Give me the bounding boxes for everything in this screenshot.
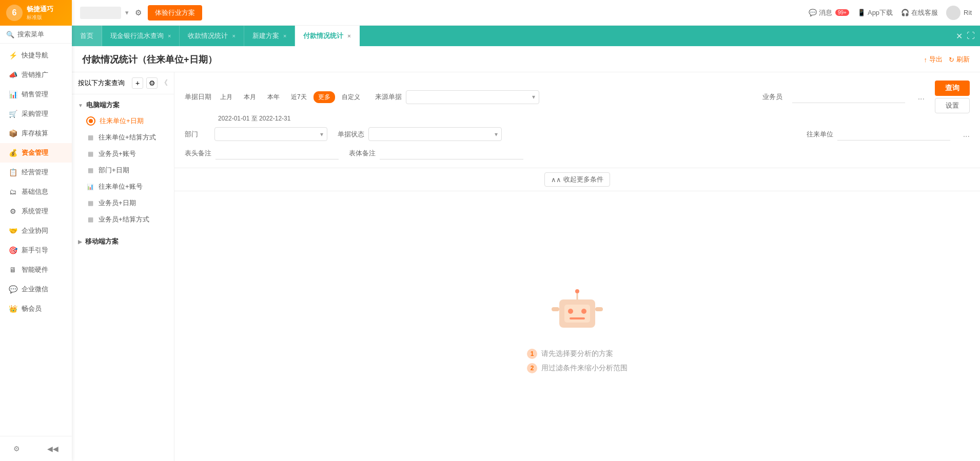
date-opt-last-month[interactable]: 上月 bbox=[215, 91, 237, 103]
scheme-collapse-btn[interactable]: 《 bbox=[161, 78, 168, 88]
scheme-settings-icon[interactable]: ⚙ bbox=[146, 77, 158, 89]
sidebar-item-sales[interactable]: 📊 销售管理 bbox=[0, 85, 72, 104]
body-note-label: 表体备注 bbox=[349, 149, 376, 158]
sidebar-item-sys-mgmt[interactable]: ⚙ 系统管理 bbox=[0, 202, 72, 221]
topbar-gear-icon[interactable]: ⚙ bbox=[135, 8, 142, 17]
topbar: ▾ ⚙ 体验行业方案 💬 消息 99+ 📱 App下载 🎧 在线客服 Rit bbox=[72, 0, 980, 26]
date-opt-more[interactable]: 更多 bbox=[313, 91, 335, 103]
messages-btn[interactable]: 💬 消息 99+ bbox=[809, 8, 849, 17]
search-menu[interactable]: 🔍 搜索菜单 bbox=[0, 26, 72, 44]
date-opt-this-month[interactable]: 本月 bbox=[239, 91, 261, 103]
sys-mgmt-icon: ⚙ bbox=[8, 207, 17, 216]
scheme-pc-header[interactable]: ▼ 电脑端方案 bbox=[72, 97, 174, 113]
salesman-label: 业务员 bbox=[762, 92, 788, 102]
trial-btn[interactable]: 体验行业方案 bbox=[148, 5, 202, 21]
scheme-item-salesman-account[interactable]: ▦ 业务员+账号 bbox=[72, 146, 174, 162]
hint-text-2: 用过滤条件来缩小分析范围 bbox=[541, 364, 628, 373]
tab-home[interactable]: 首页 bbox=[72, 26, 102, 46]
query-btn[interactable]: 查询 bbox=[935, 81, 970, 96]
tab-new-scheme[interactable]: 新建方案 × bbox=[244, 26, 295, 46]
tab-payment-stats-close[interactable]: × bbox=[347, 33, 350, 39]
sidebar-item-purchase[interactable]: 🛒 采购管理 bbox=[0, 104, 72, 124]
scheme-item-partner-date[interactable]: 往来单位+日期 bbox=[72, 113, 174, 129]
sidebar-item-member[interactable]: 👑 畅会员 bbox=[0, 299, 72, 318]
refresh-btn[interactable]: ↻ 刷新 bbox=[949, 55, 970, 64]
scheme-item-salesman-payment[interactable]: ▦ 业务员+结算方式 bbox=[72, 211, 174, 228]
date-opt-custom[interactable]: 自定义 bbox=[337, 91, 365, 103]
salesman-ellipsis[interactable]: ... bbox=[909, 92, 925, 102]
salesman-account-label: 业务员+账号 bbox=[99, 149, 136, 158]
body-note-input[interactable] bbox=[380, 147, 523, 159]
export-icon: ↑ bbox=[924, 56, 928, 64]
sidebar-item-label: 企业微信 bbox=[22, 285, 48, 294]
scheme-item-partner-account[interactable]: 📊 往来单位+账号 bbox=[72, 178, 174, 195]
scheme-add-icon[interactable]: + bbox=[132, 77, 143, 89]
tab-cash-flow[interactable]: 现金银行流水查询 × bbox=[102, 26, 180, 46]
collapse-btn-label: 收起更多条件 bbox=[563, 175, 603, 184]
sidebar-settings-btn[interactable]: ⚙ bbox=[7, 440, 26, 457]
pc-section-arrow: ▼ bbox=[78, 103, 83, 108]
page-content: 付款情况统计（往来单位+日期） ↑ 导出 ↻ 刷新 按以下方案查询 + bbox=[72, 46, 980, 461]
message-icon: 💬 bbox=[809, 9, 817, 16]
dept-select[interactable] bbox=[214, 127, 327, 141]
source-doc-select[interactable] bbox=[406, 90, 539, 104]
collapse-more-btn[interactable]: ∧∧ 收起更多条件 bbox=[544, 172, 610, 187]
logo-subtitle: 标准版 bbox=[27, 14, 53, 21]
messages-label: 消息 bbox=[819, 8, 832, 17]
online-service-btn[interactable]: 🎧 在线客服 bbox=[901, 8, 938, 17]
sidebar-item-finance[interactable]: 💰 资金管理 bbox=[0, 143, 72, 163]
tabbar-close-btn[interactable]: ✕ bbox=[956, 31, 963, 41]
scheme-item-salesman-date[interactable]: ▦ 业务员+日期 bbox=[72, 195, 174, 211]
sidebar-item-enterprise[interactable]: 🤝 企业协同 bbox=[0, 221, 72, 240]
date-opt-7days[interactable]: 近7天 bbox=[286, 91, 311, 103]
scheme-mobile-header[interactable]: ▶ 移动端方案 bbox=[72, 234, 174, 249]
sidebar-item-base-info[interactable]: 🗂 基础信息 bbox=[0, 182, 72, 202]
svg-point-6 bbox=[575, 289, 579, 293]
settings-btn[interactable]: 设置 bbox=[935, 98, 970, 113]
header-note-input[interactable] bbox=[215, 147, 339, 159]
tab-new-scheme-close[interactable]: × bbox=[283, 33, 286, 39]
sidebar-item-label: 经营管理 bbox=[22, 168, 48, 177]
salesman-input[interactable] bbox=[792, 91, 905, 103]
sidebar-item-guide[interactable]: 🎯 新手引导 bbox=[0, 240, 72, 260]
salesman-date-label: 业务员+日期 bbox=[99, 198, 136, 208]
sidebar-item-smart-hw[interactable]: 🖥 智能硬件 bbox=[0, 260, 72, 279]
partner-input[interactable] bbox=[837, 128, 950, 141]
sidebar-item-inventory[interactable]: 📦 库存核算 bbox=[0, 124, 72, 143]
topbar-dropdown-arrow[interactable]: ▾ bbox=[125, 9, 129, 16]
sidebar-item-enterprise-wechat[interactable]: 💬 企业微信 bbox=[0, 279, 72, 299]
logo-text-group: 畅捷通巧 标准版 bbox=[27, 5, 53, 21]
doc-status-select[interactable] bbox=[368, 127, 502, 141]
tab-payment-stats[interactable]: 付款情况统计 × bbox=[295, 26, 359, 46]
user-menu[interactable]: Rit bbox=[946, 6, 972, 20]
page-header: 付款情况统计（往来单位+日期） ↑ 导出 ↻ 刷新 bbox=[72, 46, 980, 72]
tab-collection-stats[interactable]: 收款情况统计 × bbox=[180, 26, 244, 46]
source-doc-item: 来源单据 bbox=[375, 90, 752, 104]
dept-label: 部门 bbox=[185, 130, 210, 139]
app-download-btn[interactable]: 📱 App下载 bbox=[857, 8, 893, 17]
sidebar-item-label: 新手引导 bbox=[22, 246, 48, 255]
tab-collection-stats-close[interactable]: × bbox=[232, 33, 235, 39]
tab-cash-flow-close[interactable]: × bbox=[168, 33, 171, 39]
enterprise-wechat-icon: 💬 bbox=[8, 285, 17, 294]
sidebar-item-marketing[interactable]: 📣 营销推广 bbox=[0, 65, 72, 85]
scheme-item-partner-payment[interactable]: ▦ 往来单位+结算方式 bbox=[72, 129, 174, 146]
page-header-actions: ↑ 导出 ↻ 刷新 bbox=[924, 55, 970, 64]
tabbar-btns: ✕ ⛶ bbox=[951, 26, 980, 46]
export-btn[interactable]: ↑ 导出 bbox=[924, 55, 943, 64]
sidebar-item-label: 基础信息 bbox=[22, 187, 48, 196]
sidebar-item-label: 营销推广 bbox=[22, 70, 48, 79]
mobile-section-label: 移动端方案 bbox=[85, 237, 119, 246]
tabbar: 首页 现金银行流水查询 × 收款情况统计 × 新建方案 × 付款情况统计 × ✕… bbox=[72, 26, 980, 46]
partner-ellipsis[interactable]: ... bbox=[954, 130, 970, 139]
scheme-item-dept-date[interactable]: ▦ 部门+日期 bbox=[72, 162, 174, 178]
sidebar-collapse-btn[interactable]: ◀◀ bbox=[41, 440, 65, 457]
salesman-account-icon: ▦ bbox=[86, 150, 94, 158]
sidebar-item-operations[interactable]: 📋 经营管理 bbox=[0, 163, 72, 182]
date-options: 上月 本月 本年 近7天 更多 自定义 bbox=[215, 91, 365, 103]
sidebar-item-quick-nav[interactable]: ⚡ 快捷导航 bbox=[0, 46, 72, 65]
tabbar-expand-btn[interactable]: ⛶ bbox=[967, 31, 975, 41]
content-area: 按以下方案查询 + ⚙ 《 ▼ 电脑端方案 bbox=[72, 72, 980, 461]
date-opt-this-year[interactable]: 本年 bbox=[263, 91, 284, 103]
partner-account-icon: 📊 bbox=[86, 183, 94, 191]
